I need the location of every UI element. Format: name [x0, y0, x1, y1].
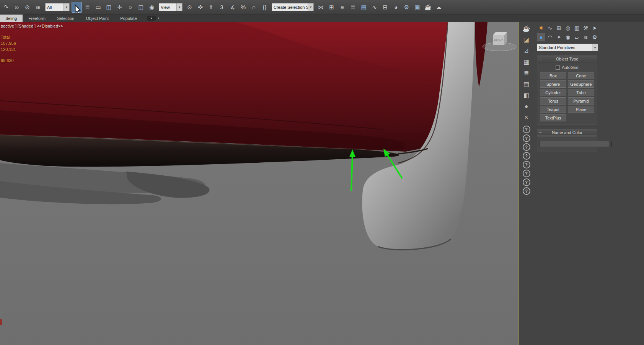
tab-modify[interactable]: ∿	[546, 24, 554, 32]
collapse-icon[interactable]: −	[539, 57, 541, 61]
select-and-manipulate-button[interactable]: ✜	[195, 2, 205, 13]
window-crossing-toggle[interactable]: ◫	[104, 2, 114, 13]
help-icon[interactable]: ?	[523, 161, 530, 168]
viewport-label[interactable]: pective ] [Shaded ] <<Disabled>>	[1, 24, 63, 28]
category-helpers[interactable]: ▱	[572, 33, 581, 41]
spinner-snap-toggle[interactable]: ∩	[249, 2, 259, 13]
primitives-category-dropdown[interactable]: Standard Primitives ▾	[537, 44, 598, 51]
perspective-viewport[interactable]: FRONT pective ] [Shaded ] <<Disabled>> T…	[0, 22, 519, 345]
docked-side-toolbar: ☕ ◪ ⊿ ▦ ≣ ▤	[519, 22, 534, 345]
bind-to-space-warp-button[interactable]: ≋	[33, 2, 43, 13]
rectangular-selection-region-button[interactable]: ▭	[93, 2, 103, 13]
keyboard-shortcut-override-toggle[interactable]: ⇧	[206, 2, 216, 13]
category-shapes[interactable]: ◠	[546, 33, 554, 41]
angle-snap-toggle[interactable]: ∡	[227, 2, 238, 13]
object-type-rollout-header[interactable]: − Object Type	[537, 56, 597, 62]
reference-coordinate-system-dropdown[interactable]: View ▾	[159, 3, 183, 11]
cone-button[interactable]: Cone	[568, 72, 594, 79]
snap-toggle-3d[interactable]: 3	[217, 2, 227, 13]
category-cameras[interactable]: ◉	[564, 33, 572, 41]
toggle-scene-explorer-button[interactable]: ≡	[337, 2, 347, 13]
sphere-button[interactable]: Sphere	[540, 80, 566, 88]
teapot-button[interactable]: Teapot	[540, 106, 566, 113]
toggle-ribbon-button[interactable]: ▤	[359, 2, 369, 13]
object-name-input[interactable]	[539, 141, 609, 147]
select-and-link-button[interactable]: ∞	[11, 2, 22, 13]
help-icon[interactable]: ?	[523, 143, 530, 151]
help-icon[interactable]: ?	[523, 187, 530, 195]
collapse-icon[interactable]: −	[539, 130, 541, 135]
select-and-place-button[interactable]: ◉	[147, 2, 157, 13]
tab-freeform[interactable]: Freeform	[23, 15, 51, 22]
tab-utilities[interactable]: ⚒	[582, 24, 590, 32]
dropdown-arrow-icon[interactable]: ▾	[176, 3, 182, 11]
pyramid-button[interactable]: Pyramid	[568, 97, 594, 105]
selection-filter-dropdown[interactable]: All ▾	[45, 3, 70, 11]
select-and-rotate-button[interactable]: ○	[125, 2, 135, 13]
select-and-scale-button[interactable]: ◱	[136, 2, 146, 13]
select-and-move-button[interactable]: ✛	[114, 2, 125, 13]
brick-pattern-icon[interactable]: ▤	[522, 80, 531, 88]
checker-pattern-icon[interactable]: ▦	[522, 58, 531, 66]
render-production-button[interactable]: ☕	[423, 2, 433, 13]
render-in-cloud-button[interactable]: ☁	[434, 2, 444, 13]
category-space-warps[interactable]: ≋	[582, 33, 590, 41]
rendered-frame-window-button[interactable]: ▣	[412, 2, 422, 13]
stats-fps: 99.630	[1, 57, 16, 64]
render-teapot-icon[interactable]: ☕	[522, 25, 531, 33]
half-shade-icon[interactable]: ◧	[522, 91, 531, 99]
mirror-button[interactable]: ⋈	[316, 2, 326, 13]
tube-button[interactable]: Tube	[568, 89, 594, 96]
plane-button[interactable]: Plane	[568, 106, 594, 113]
curve-editor-button[interactable]: ∿	[369, 2, 380, 13]
delete-icon[interactable]: ×	[522, 113, 531, 121]
cylinder-button[interactable]: Cylinder	[540, 89, 566, 96]
category-systems[interactable]: ⚙	[590, 33, 599, 41]
toggle-layer-explorer-button[interactable]: ≣	[348, 2, 358, 13]
tab-selection[interactable]: Selection	[51, 15, 80, 22]
percent-snap-toggle[interactable]: %	[238, 2, 248, 13]
dropdown-arrow-icon[interactable]: ▾	[308, 3, 313, 11]
help-icon[interactable]: ?	[523, 178, 530, 186]
tab-object-paint[interactable]: Object Paint	[80, 15, 114, 22]
unlink-selection-button[interactable]: ⊘	[22, 2, 33, 13]
help-icon[interactable]: ?	[523, 170, 530, 177]
tab-motion[interactable]: ◎	[564, 24, 572, 32]
help-icon[interactable]: ?	[523, 126, 530, 133]
dropdown-arrow-icon[interactable]: ▾	[64, 3, 69, 11]
open-folder-icon[interactable]: ◪	[522, 36, 531, 44]
tab-display[interactable]: ▥	[572, 24, 581, 32]
use-pivot-point-center-button[interactable]: ⊙	[184, 2, 195, 13]
panel-overflow[interactable]: ➤	[590, 24, 599, 32]
stats-verts: 120,131	[1, 46, 16, 52]
object-color-swatch[interactable]	[611, 141, 611, 147]
name-and-color-rollout-header[interactable]: − Name and Color	[537, 129, 597, 136]
help-icon[interactable]: ?	[523, 152, 530, 160]
schematic-view-button[interactable]: ⊟	[380, 2, 390, 13]
redo-button[interactable]: ↷	[1, 2, 11, 13]
sphere-icon[interactable]: ●	[522, 102, 531, 110]
measure-icon[interactable]: ⊿	[522, 47, 531, 55]
select-by-name-button[interactable]: ≣	[82, 2, 93, 13]
align-button[interactable]: ⊞	[326, 2, 337, 13]
category-lights[interactable]: ✦	[555, 33, 563, 41]
torus-button[interactable]: Torus	[540, 97, 566, 105]
material-editor-button[interactable]: ◕	[391, 2, 401, 13]
tab-create[interactable]: ✸	[537, 24, 545, 32]
render-setup-button[interactable]: ⚙	[401, 2, 412, 13]
help-icon[interactable]: ?	[523, 134, 530, 142]
textplus-button[interactable]: TextPlus	[540, 114, 566, 121]
ribbon-minimize-button[interactable]: ▾	[147, 16, 157, 21]
autogrid-checkbox[interactable]	[556, 65, 560, 70]
ribbon-minimize-caret-icon[interactable]: ▾	[158, 16, 160, 20]
category-geometry[interactable]: ●	[537, 33, 545, 41]
tab-modeling[interactable]: deling	[0, 15, 23, 22]
dropdown-arrow-icon[interactable]: ▾	[592, 44, 598, 51]
tab-hierarchy[interactable]: ⊞	[555, 24, 563, 32]
named-selection-sets-dropdown[interactable]: Create Selection Se ▾	[272, 3, 314, 11]
layer-stack-icon[interactable]: ≣	[522, 69, 531, 77]
box-button[interactable]: Box	[540, 72, 566, 79]
edit-named-selection-sets-button[interactable]: {}	[259, 2, 270, 13]
geosphere-button[interactable]: GeoSphere	[568, 80, 594, 88]
tab-populate[interactable]: Populate	[114, 15, 142, 22]
